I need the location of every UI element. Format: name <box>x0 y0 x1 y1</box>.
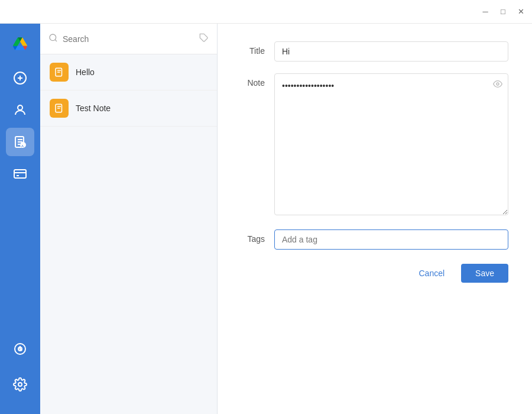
minimize-button[interactable]: ─ <box>480 7 491 17</box>
title-row: Title <box>241 41 508 62</box>
tag-icon <box>199 33 209 45</box>
svg-point-15 <box>18 383 22 386</box>
note-title-test: Test Note <box>76 104 111 113</box>
tag-input[interactable] <box>274 229 508 250</box>
note-row: Note •••••••••••••••••• <box>241 73 508 218</box>
title-label: Title <box>241 41 265 56</box>
sidebar-item-profile[interactable] <box>6 96 34 124</box>
svg-rect-10 <box>14 170 26 178</box>
svg-point-3 <box>18 105 22 110</box>
maximize-button[interactable]: □ <box>498 7 508 17</box>
sidebar: A <box>0 24 40 414</box>
detail-panel: Title Note •••••••••••••••••• Tags <box>218 24 532 414</box>
note-icon-test <box>50 99 69 118</box>
note-item-hello[interactable]: Hello <box>40 54 217 90</box>
notes-panel: Hello Test Note <box>40 24 218 414</box>
title-input[interactable] <box>274 41 508 62</box>
sidebar-item-cards[interactable] <box>6 160 34 188</box>
svg-line-17 <box>55 40 57 41</box>
search-bar <box>40 24 217 54</box>
cancel-button[interactable]: Cancel <box>409 264 454 283</box>
svg-point-25 <box>497 83 499 85</box>
note-icon-hello <box>50 63 69 82</box>
sidebar-item-notes[interactable]: A <box>6 128 34 156</box>
tags-label: Tags <box>241 229 265 244</box>
note-textarea[interactable]: •••••••••••••••••• <box>274 73 508 215</box>
svg-point-16 <box>50 34 56 41</box>
svg-point-14 <box>18 347 22 351</box>
title-field <box>274 41 508 62</box>
tags-row: Tags <box>241 229 508 250</box>
title-bar: ─ □ ✕ <box>0 0 532 24</box>
search-input[interactable] <box>63 34 194 44</box>
note-item-test[interactable]: Test Note <box>40 90 217 127</box>
sidebar-item-settings[interactable] <box>6 370 34 399</box>
search-icon <box>48 33 58 45</box>
sidebar-item-security[interactable] <box>6 335 34 363</box>
note-textarea-wrap: •••••••••••••••••• <box>274 73 508 218</box>
note-title-hello: Hello <box>76 67 95 77</box>
svg-text:A: A <box>21 144 24 148</box>
note-label: Note <box>241 73 265 88</box>
app-container: A <box>0 24 532 414</box>
window-controls: ─ □ ✕ <box>480 7 526 17</box>
notes-list: Hello Test Note <box>40 54 217 414</box>
close-button[interactable]: ✕ <box>515 7 526 17</box>
tags-field <box>274 229 508 250</box>
save-button[interactable]: Save <box>461 264 508 283</box>
eye-icon[interactable] <box>493 79 502 91</box>
form-actions: Cancel Save <box>241 264 508 283</box>
sidebar-item-add[interactable] <box>6 64 34 92</box>
sidebar-logo[interactable] <box>6 30 34 58</box>
sidebar-bottom <box>6 335 34 408</box>
